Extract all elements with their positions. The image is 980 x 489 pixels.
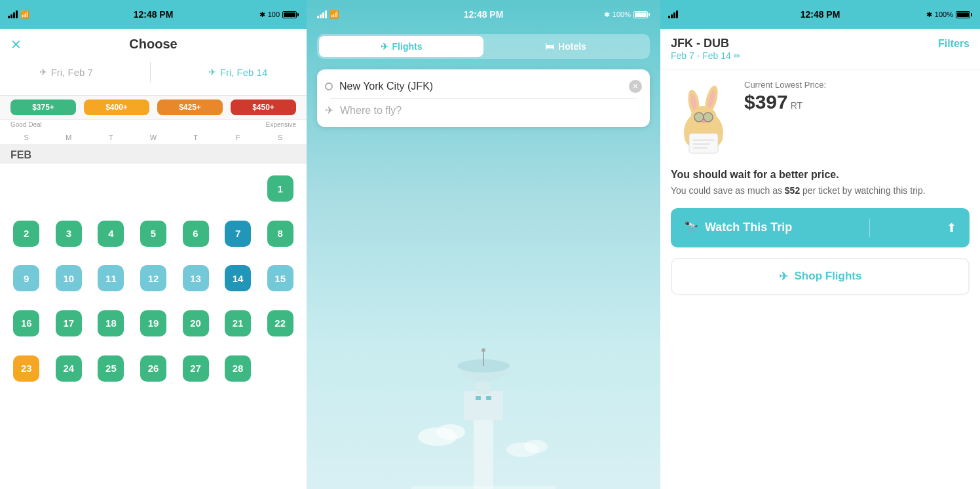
status-time-3: 12:48 PM	[801, 9, 840, 20]
destination-plane-icon: ✈	[325, 104, 333, 117]
wifi-icon: 📶	[20, 10, 29, 19]
shop-flights-button[interactable]: ✈ Shop Flights	[671, 258, 970, 295]
calendar-day[interactable]: 13	[174, 257, 217, 300]
battery-icon-1	[282, 11, 299, 18]
calendar-day[interactable]: 17	[48, 302, 90, 345]
search-to-row: ✈ Where to fly?	[325, 99, 642, 122]
day-header-m: M	[48, 134, 90, 141]
calendar-day[interactable]: 9	[5, 257, 48, 300]
signal-icon	[8, 10, 18, 18]
calendar-day[interactable]: 10	[48, 257, 90, 300]
svg-point-10	[436, 424, 465, 440]
calendar-day	[174, 168, 217, 210]
calendar-day	[5, 168, 48, 210]
calendar-day[interactable]: 15	[259, 257, 301, 300]
share-icon[interactable]: ⬆	[947, 221, 956, 235]
calendar-header: ✕ Choose ✈ Fri, Feb 7 ✈ Fri, Feb 14	[0, 29, 307, 96]
calendar-day[interactable]: 2	[5, 213, 48, 255]
calendar-day[interactable]: 11	[90, 257, 132, 300]
watch-trip-button[interactable]: 🔭 Watch This Trip ⬆	[671, 208, 970, 247]
depart-date[interactable]: ✈ Fri, Feb 7	[39, 67, 93, 78]
shop-flights-label: Shop Flights	[795, 270, 862, 283]
calendar-day[interactable]: 7	[217, 213, 259, 255]
battery-text-1: 100	[268, 10, 280, 18]
calendar-day[interactable]: 28	[217, 347, 259, 389]
calendar-day[interactable]: 14	[217, 257, 259, 300]
signal-icon-3	[668, 10, 678, 18]
date-row: ✈ Fri, Feb 7 ✈ Fri, Feb 14	[10, 57, 296, 87]
wifi-icon-2: 📶	[330, 10, 339, 19]
legend-expensive: Expensive	[266, 121, 296, 128]
calendar-day[interactable]: 12	[132, 257, 175, 300]
statusbar-3: 12:48 PM ✱ 100%	[660, 0, 980, 29]
calendar-day[interactable]: 21	[217, 302, 259, 345]
rabbit-svg	[671, 80, 736, 158]
battery-icon-2	[633, 11, 650, 18]
svg-rect-8	[486, 396, 491, 400]
calendar-day[interactable]: 18	[90, 302, 132, 345]
price-section: Current Lowest Price: $397 RT	[744, 80, 970, 113]
status-time-1: 12:48 PM	[134, 9, 174, 20]
calendar-day[interactable]: 4	[90, 213, 132, 255]
signal-icon-2	[317, 10, 327, 18]
calendar-day[interactable]: 19	[132, 302, 175, 345]
watch-btn-content: 🔭 Watch This Trip	[684, 221, 792, 235]
depart-date-label: Fri, Feb 7	[51, 67, 93, 78]
day-header-s2: S	[259, 134, 301, 141]
calendar-day[interactable]: 20	[174, 302, 217, 345]
search-screen: 📶 12:48 PM ✱ 100% ✈ Flights 🛏 Hotels	[307, 0, 660, 489]
calendar-day[interactable]: 25	[90, 347, 132, 389]
statusbar-right-1: ✱ 100	[259, 10, 299, 19]
calendar-day[interactable]: 22	[259, 302, 301, 345]
statusbar-2: 📶 12:48 PM ✱ 100%	[307, 0, 660, 29]
clear-origin-button[interactable]: ✕	[629, 80, 642, 93]
choose-title: Choose	[129, 37, 177, 52]
statusbar-right-3: ✱ 100%	[926, 10, 972, 19]
calendar-day	[217, 168, 259, 210]
flights-plane-icon: ✈	[381, 41, 388, 52]
day-header-s1: S	[5, 134, 48, 141]
svg-rect-13	[411, 486, 556, 489]
origin-text[interactable]: New York City (JFK)	[339, 81, 433, 92]
calendar-day	[48, 168, 90, 210]
price-label: Current Lowest Price:	[744, 80, 970, 90]
shop-plane-icon: ✈	[779, 270, 788, 283]
route-info: JFK - DUB Filters	[671, 37, 970, 50]
price-value: $397	[744, 91, 788, 113]
calendar-day[interactable]: 8	[259, 213, 301, 255]
search-from-row: New York City (JFK) ✕	[325, 75, 642, 98]
calendar-day[interactable]: 1	[259, 168, 301, 210]
svg-point-6	[481, 348, 485, 352]
filters-button[interactable]: Filters	[938, 38, 970, 50]
day-header-t1: T	[90, 134, 132, 141]
calendar-day[interactable]: 26	[132, 347, 175, 389]
calendar-day[interactable]: 16	[5, 302, 48, 345]
statusbar-left-2: 📶	[317, 10, 339, 19]
calendar-day	[90, 168, 132, 210]
wait-message: You should wait for a better price.	[671, 169, 970, 181]
destination-placeholder[interactable]: Where to fly?	[340, 105, 402, 117]
calendar-day[interactable]: 23	[5, 347, 48, 389]
close-button[interactable]: ✕	[10, 37, 22, 52]
return-date[interactable]: ✈ Fri, Feb 14	[208, 67, 268, 78]
calendar-day[interactable]: 24	[48, 347, 90, 389]
statusbar-right-2: ✱ 100%	[604, 10, 650, 19]
calendar-grid: 1234567891011121314151617181920212223242…	[0, 164, 307, 393]
rabbit-illustration	[671, 80, 736, 158]
price-chip-green: $375+	[10, 100, 76, 115]
bluetooth-icon-2: ✱	[604, 10, 610, 19]
edit-dates-icon[interactable]: ✏	[734, 51, 741, 61]
svg-rect-0	[474, 417, 493, 489]
airport-illustration	[307, 293, 660, 489]
tab-flights[interactable]: ✈ Flights	[319, 36, 483, 57]
tab-hotels[interactable]: 🛏 Hotels	[483, 36, 648, 57]
calendar-day[interactable]: 3	[48, 213, 90, 255]
price-chip-orange: $400+	[84, 100, 149, 115]
calendar-day[interactable]: 27	[174, 347, 217, 389]
status-time-2: 12:48 PM	[464, 9, 504, 20]
calendar-day[interactable]: 5	[132, 213, 175, 255]
return-date-label: Fri, Feb 14	[220, 67, 268, 78]
depart-plane-icon: ✈	[39, 67, 47, 77]
trip-dates: Feb 7 - Feb 14 ✏	[671, 50, 970, 61]
calendar-day[interactable]: 6	[174, 213, 217, 255]
